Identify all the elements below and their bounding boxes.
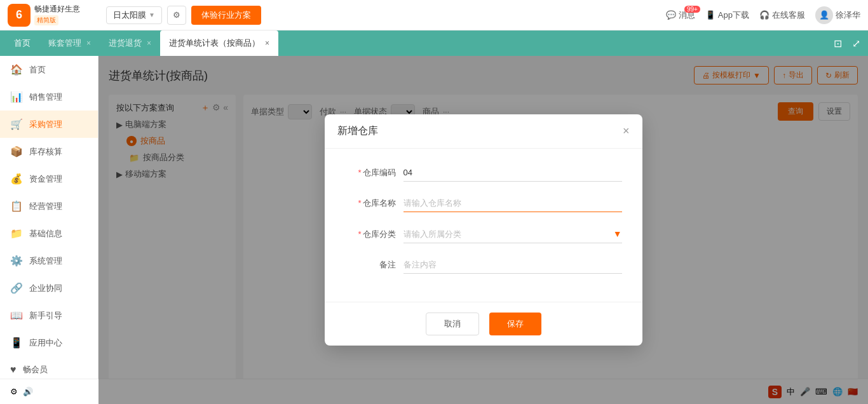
- message-badge: 99+: [684, 6, 700, 13]
- sidebar-enterprise-label: 企业协同: [29, 283, 62, 294]
- app-download-button[interactable]: 📱 App下载: [705, 10, 749, 21]
- appcenter-icon: 📱: [10, 337, 23, 349]
- search-dropdown[interactable]: 日太阳膜 ▼: [106, 6, 162, 24]
- sidebar-item-appcenter[interactable]: 📱 应用中心: [0, 329, 98, 356]
- headset-icon: 🎧: [759, 10, 770, 20]
- tab-maximize-icon[interactable]: ⤢: [850, 35, 863, 52]
- main-layout: 🏠 首页 📊 销售管理 🛒 采购管理 📦 库存核算 💰 资金管理 📋 经营管理 …: [0, 56, 868, 404]
- category-dropdown-icon[interactable]: ▼: [613, 229, 622, 239]
- sidebar-item-operations[interactable]: 📋 经营管理: [0, 192, 98, 220]
- message-icon: 💬: [666, 10, 676, 20]
- tab-restore-icon[interactable]: ⊡: [831, 35, 844, 52]
- sidebar-home-label: 首页: [29, 64, 46, 76]
- sidebar-sales-label: 销售管理: [29, 91, 62, 103]
- modal-overlay: 新增仓库 × 仓库编码 仓库名称 仓库分类: [98, 56, 868, 404]
- tab-home[interactable]: 首页: [5, 30, 39, 56]
- nav-search: 日太阳膜 ▼ ⚙ 体验行业方案: [106, 6, 666, 25]
- guide-icon: 📖: [10, 309, 23, 321]
- sidebar-inventory-label: 库存核算: [29, 146, 62, 158]
- search-arrow-icon: ▼: [149, 11, 155, 18]
- sidebar-item-enterprise[interactable]: 🔗 企业协同: [0, 274, 98, 302]
- tab-bar-right: ⊡ ⤢: [831, 35, 863, 52]
- sidebar-item-inventory[interactable]: 📦 库存核算: [0, 138, 98, 165]
- dialog-footer: 取消 保存: [325, 302, 642, 346]
- save-button[interactable]: 保存: [489, 313, 541, 335]
- operations-icon: 📋: [10, 200, 23, 212]
- system-icon: ⚙️: [10, 255, 23, 267]
- dialog-new-warehouse: 新增仓库 × 仓库编码 仓库名称 仓库分类: [325, 114, 642, 346]
- online-service-label: 在线客服: [772, 10, 805, 21]
- tab-bar: 首页 账套管理 × 进货退货 × 进货单统计表（按商品） × ⊡ ⤢: [0, 30, 868, 56]
- app-icon: 📱: [705, 10, 715, 20]
- sidebar-finance-label: 资金管理: [29, 173, 62, 185]
- sidebar-item-basics[interactable]: 📁 基础信息: [0, 220, 98, 247]
- messages-button[interactable]: 💬 消息 99+: [666, 10, 695, 21]
- sidebar-operations-label: 经营管理: [29, 201, 62, 212]
- sidebar-guide-label: 新手引导: [29, 310, 62, 321]
- dialog-header: 新增仓库 ×: [325, 114, 642, 149]
- sidebar-item-finance[interactable]: 💰 资金管理: [0, 165, 98, 192]
- form-row-code: 仓库编码: [345, 164, 622, 182]
- search-text: 日太阳膜: [113, 10, 146, 21]
- enterprise-icon: 🔗: [10, 282, 23, 294]
- app-download-label: App下载: [718, 10, 749, 21]
- sidebar-member-label: 畅会员: [23, 364, 48, 375]
- user-button[interactable]: 👤 徐泽华: [815, 6, 860, 24]
- dialog-title: 新增仓库: [337, 125, 378, 138]
- form-row-remark: 备注: [345, 256, 622, 274]
- logo-text: 畅捷通好生意: [34, 4, 80, 15]
- name-label: 仓库名称: [345, 198, 396, 209]
- online-service-button[interactable]: 🎧 在线客服: [759, 10, 805, 21]
- tab-statistics-label: 进货单统计表（按商品）: [169, 37, 260, 49]
- username-label: 徐泽华: [836, 10, 860, 21]
- remark-input[interactable]: [403, 256, 622, 274]
- content-area: 进货单统计(按商品) 🖨 按模板打印 ▼ ↑ 导出 ↻ 刷新: [98, 56, 868, 404]
- bottom-left: ⚙ 🔊: [10, 387, 33, 396]
- logo-area: 6 畅捷通好生意 精简版: [8, 4, 106, 27]
- top-nav: 6 畅捷通好生意 精简版 日太阳膜 ▼ ⚙ 体验行业方案 💬 消息 99+ 📱 …: [0, 0, 868, 30]
- purchase-icon: 🛒: [10, 118, 23, 130]
- tab-returns-label: 进货退货: [109, 37, 142, 49]
- member-icon: ♥: [10, 364, 17, 375]
- sidebar-purchase-label: 采购管理: [29, 119, 62, 130]
- settings-icon[interactable]: ⚙: [10, 387, 18, 396]
- tab-returns-close-icon[interactable]: ×: [147, 39, 151, 48]
- sidebar: 🏠 首页 📊 销售管理 🛒 采购管理 📦 库存核算 💰 资金管理 📋 经营管理 …: [0, 56, 98, 404]
- category-input[interactable]: [403, 229, 613, 239]
- sidebar-basics-label: 基础信息: [29, 228, 62, 239]
- tab-statistics-close-icon[interactable]: ×: [265, 39, 269, 48]
- code-input[interactable]: [403, 164, 622, 182]
- finance-icon: 💰: [10, 173, 23, 185]
- sales-icon: 📊: [10, 91, 23, 103]
- dialog-body: 仓库编码 仓库名称 仓库分类 ▼: [325, 149, 642, 302]
- code-label: 仓库编码: [345, 167, 396, 178]
- cancel-button[interactable]: 取消: [426, 313, 479, 335]
- trial-button[interactable]: 体验行业方案: [191, 6, 261, 25]
- tab-statistics[interactable]: 进货单统计表（按商品） ×: [160, 30, 278, 56]
- tab-returns[interactable]: 进货退货 ×: [100, 30, 160, 56]
- sidebar-item-home[interactable]: 🏠 首页: [0, 56, 98, 83]
- nav-right: 💬 消息 99+ 📱 App下载 🎧 在线客服 👤 徐泽华: [666, 6, 860, 24]
- home-icon: 🏠: [10, 64, 23, 76]
- form-row-category: 仓库分类 ▼: [345, 225, 622, 243]
- category-select-wrapper: ▼: [403, 225, 622, 243]
- remark-label: 备注: [345, 259, 396, 271]
- avatar: 👤: [815, 6, 833, 24]
- sidebar-item-guide[interactable]: 📖 新手引导: [0, 302, 98, 329]
- dialog-close-icon[interactable]: ×: [623, 125, 630, 138]
- tab-home-label: 首页: [14, 37, 31, 49]
- tab-accounts[interactable]: 账套管理 ×: [39, 30, 100, 56]
- logo-badge: 精简版: [34, 15, 58, 25]
- sidebar-item-system[interactable]: ⚙️ 系统管理: [0, 247, 98, 274]
- name-input[interactable]: [403, 194, 622, 212]
- tab-accounts-close-icon[interactable]: ×: [86, 39, 91, 48]
- category-label: 仓库分类: [345, 229, 396, 240]
- volume-icon[interactable]: 🔊: [23, 387, 33, 396]
- sidebar-appcenter-label: 应用中心: [29, 337, 62, 349]
- gear-button[interactable]: ⚙: [167, 6, 186, 25]
- sidebar-system-label: 系统管理: [29, 255, 62, 267]
- form-row-name: 仓库名称: [345, 194, 622, 212]
- sidebar-item-purchase[interactable]: 🛒 采购管理: [0, 111, 98, 138]
- sidebar-item-sales[interactable]: 📊 销售管理: [0, 83, 98, 111]
- inventory-icon: 📦: [10, 145, 23, 158]
